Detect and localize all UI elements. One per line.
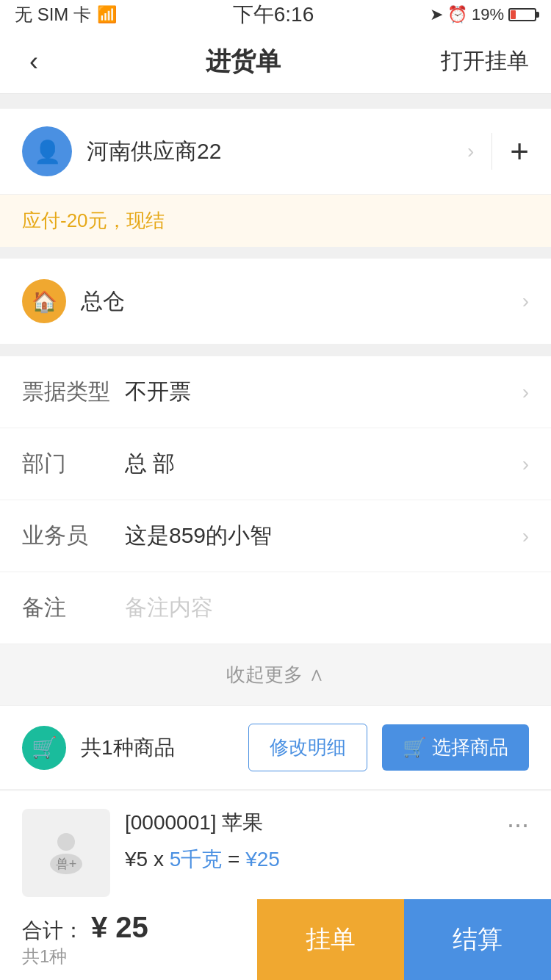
invoice-chevron: › (522, 381, 529, 404)
top-divider (0, 94, 551, 109)
line-total: ¥25 (245, 848, 280, 871)
remark-row[interactable]: 备注 备注内容 (0, 572, 551, 644)
collapse-text: 收起更多 ∧ (226, 663, 324, 685)
nav-bar: ‹ 进货单 打开挂单 (0, 29, 551, 94)
remark-input[interactable]: 备注内容 (125, 593, 529, 623)
product-section-icon: 🛒 (22, 726, 66, 770)
product-name: 苹果 (222, 811, 263, 834)
collapse-bar[interactable]: 收起更多 ∧ (0, 644, 551, 705)
field-dept-row[interactable]: 部门 总 部 › (0, 428, 551, 500)
alarm-icon: ⏰ (447, 5, 467, 24)
unit-price: ¥5 (125, 848, 148, 871)
edit-detail-button[interactable]: 修改明细 (248, 724, 367, 771)
divider-2 (0, 345, 551, 356)
status-bar: 无 SIM 卡 📶 下午6:16 ➤ ⏰ 19% (0, 0, 551, 29)
product-title: [0000001] 苹果 (125, 809, 507, 837)
back-button[interactable]: ‹ (22, 39, 46, 84)
dept-value: 总 部 (125, 449, 522, 479)
select-icon: 🛒 (403, 736, 426, 759)
add-supplier-button[interactable]: + (510, 133, 529, 170)
svg-point-0 (57, 833, 75, 851)
status-time: 下午6:16 (233, 1, 314, 29)
warehouse-icon: 🏠 (22, 279, 66, 323)
product-count: 共1种商品 (81, 734, 234, 762)
page-title: 进货单 (206, 45, 281, 79)
total-label: 合计： (22, 917, 84, 945)
divider-1 (0, 247, 551, 259)
warehouse-row[interactable]: 🏠 总仓 › (0, 259, 551, 345)
total-amount: ¥ 25 (91, 911, 148, 944)
product-thumbnail: 兽+ (22, 809, 110, 897)
dept-label: 部门 (22, 449, 125, 479)
invoice-label: 票据类型 (22, 377, 125, 407)
cart-icon: 🛒 (32, 735, 57, 760)
wifi-icon: 📶 (97, 5, 117, 24)
settle-button[interactable]: 结算 (404, 899, 551, 980)
carrier-text: 无 SIM 卡 (15, 3, 91, 26)
product-thumb-logo: 兽+ (40, 827, 92, 879)
product-card: 兽+ [0000001] 苹果 ¥5 x 5千克 = ¥25 ··· (0, 791, 551, 915)
open-hang-button[interactable]: 打开挂单 (441, 46, 529, 76)
warehouse-chevron: › (522, 289, 529, 313)
supplier-section: 👤 河南供应商22 › + (0, 109, 551, 195)
staff-label: 业务员 (22, 521, 125, 551)
vertical-divider (491, 133, 492, 170)
notice-text: 应付-20元，现结 (22, 209, 165, 231)
svg-text:兽+: 兽+ (56, 857, 77, 871)
supplier-avatar: 👤 (22, 126, 72, 176)
field-invoice-row[interactable]: 票据类型 不开票 › (0, 356, 551, 428)
avatar-icon: 👤 (34, 139, 61, 165)
battery-icon (508, 8, 536, 21)
status-left: 无 SIM 卡 📶 (15, 3, 117, 26)
hang-button[interactable]: 挂单 (257, 899, 404, 980)
remark-label: 备注 (22, 593, 125, 623)
dept-chevron: › (522, 453, 529, 476)
quantity: 5千克 (170, 848, 223, 871)
select-product-button[interactable]: 🛒 选择商品 (382, 724, 529, 771)
location-icon: ➤ (430, 5, 443, 24)
invoice-value: 不开票 (125, 377, 522, 407)
warehouse-name: 总仓 (81, 287, 522, 317)
product-price-row: ¥5 x 5千克 = ¥25 (125, 846, 507, 873)
supplier-name: 河南供应商22 (87, 137, 467, 167)
footer: 合计： ¥ 25 共1种 挂单 结算 (0, 899, 551, 980)
total-sub: 共1种 (22, 945, 235, 968)
product-info: [0000001] 苹果 ¥5 x 5千克 = ¥25 (125, 809, 507, 873)
product-more-button[interactable]: ··· (507, 809, 529, 840)
status-right: ➤ ⏰ 19% (430, 5, 536, 24)
footer-total: 合计： ¥ 25 共1种 (0, 911, 257, 968)
staff-value: 这是859的小智 (125, 521, 522, 551)
supplier-chevron[interactable]: › (467, 140, 474, 163)
notice-bar: 应付-20元，现结 (0, 195, 551, 247)
staff-chevron: › (522, 525, 529, 548)
product-header: 🛒 共1种商品 修改明细 🛒 选择商品 (0, 705, 551, 790)
product-code: [0000001] (125, 811, 217, 834)
battery-text: 19% (472, 5, 504, 24)
field-staff-row[interactable]: 业务员 这是859的小智 › (0, 500, 551, 572)
